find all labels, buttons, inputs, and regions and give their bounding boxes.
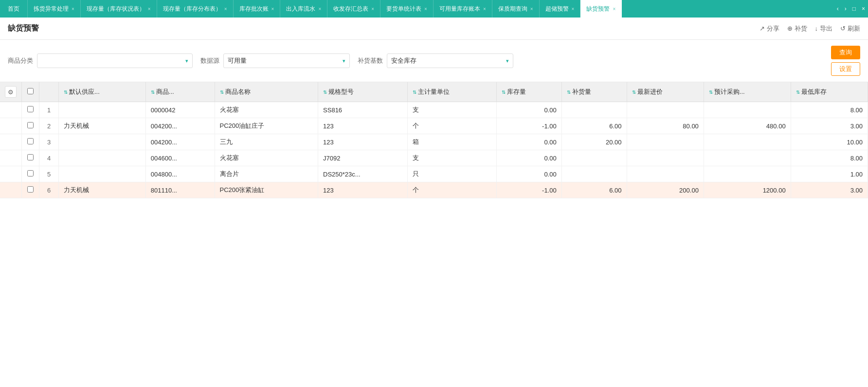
- tab-expiry-query-close[interactable]: ×: [530, 6, 533, 12]
- row-checkbox[interactable]: [27, 154, 34, 160]
- sort-icon-name: ⇅: [220, 89, 224, 95]
- th-replenish-qty[interactable]: ⇅ 补货量: [561, 82, 627, 102]
- row-product-name: PC200油缸庄子: [215, 118, 318, 134]
- row-checkbox[interactable]: [27, 138, 34, 144]
- export-icon: ↓: [815, 25, 818, 32]
- tab-overstock[interactable]: 超储预警 ×: [540, 0, 581, 18]
- th-spec[interactable]: ⇅ 规格型号: [318, 82, 408, 102]
- tab-batch-account-close[interactable]: ×: [271, 6, 274, 12]
- tab-abnormal[interactable]: 拣货异常处理 ×: [28, 0, 81, 18]
- tab-prev-btn[interactable]: ‹: [834, 0, 842, 18]
- tab-abnormal-close[interactable]: ×: [72, 6, 74, 12]
- data-source-select[interactable]: 可用量 ▾: [223, 53, 350, 68]
- th-latest-price[interactable]: ⇅ 最新进价: [627, 82, 704, 102]
- tab-expiry-query[interactable]: 保质期查询 ×: [492, 0, 540, 18]
- tab-home[interactable]: 首页: [0, 0, 28, 18]
- tab-batch-account[interactable]: 库存批次账 ×: [234, 0, 281, 18]
- th-unit[interactable]: ⇅ 主计量单位: [408, 82, 497, 102]
- header-actions: ↗ 分享 ⊕ 补货 ↓ 导出 ↺ 刷新: [760, 24, 861, 33]
- row-supplier: [59, 102, 146, 118]
- tab-close-btn[interactable]: ×: [859, 0, 868, 18]
- row-spec: SS816: [318, 102, 408, 118]
- row-num: 5: [39, 166, 59, 182]
- tab-receipt-summary-label: 收发存汇总表: [333, 5, 368, 13]
- row-checkbox[interactable]: [27, 106, 34, 112]
- th-checkbox: [22, 82, 39, 102]
- export-button[interactable]: ↓ 导出: [815, 24, 833, 33]
- th-spec-label: 规格型号: [328, 88, 354, 96]
- th-replenish-label: 补货量: [572, 88, 591, 96]
- replenish-basis-select[interactable]: 安全库存 ▾: [387, 53, 513, 68]
- th-row-num: [39, 82, 59, 102]
- row-unit: 个: [408, 118, 497, 134]
- table-body: 1 0000042 火花塞 SS816 支 0.00 8.00 2 力天机械 0…: [0, 102, 868, 198]
- tab-overstock-close[interactable]: ×: [572, 6, 575, 12]
- tab-receipt-summary[interactable]: 收发存汇总表 ×: [327, 0, 380, 18]
- row-product-code: 004600...: [145, 150, 215, 166]
- row-min-stock: 1.00: [791, 166, 868, 182]
- row-checkbox-cell: [22, 182, 39, 198]
- share-label: 分享: [767, 24, 779, 33]
- tab-inventory-status-close[interactable]: ×: [148, 6, 151, 12]
- table-row: 5 004800... 离合片 DS250*23c... 只 0.00 1.00: [0, 166, 868, 182]
- row-min-stock: 3.00: [791, 118, 868, 134]
- row-num: 1: [39, 102, 59, 118]
- tab-batch-account-label: 库存批次账: [239, 5, 269, 13]
- row-checkbox-cell: [22, 134, 39, 150]
- tab-restore-btn[interactable]: □: [850, 0, 859, 18]
- tab-order-stats[interactable]: 要货单统计表 ×: [380, 0, 434, 18]
- row-estimated-purchase: [704, 166, 791, 182]
- tab-available-ledger-label: 可用量库存账本: [439, 5, 480, 13]
- tab-available-ledger-close[interactable]: ×: [483, 6, 486, 12]
- th-estimated-purchase[interactable]: ⇅ 预计采购...: [704, 82, 791, 102]
- row-unit: 支: [408, 102, 497, 118]
- th-default-supplier[interactable]: ⇅ 默认供应...: [59, 82, 146, 102]
- column-settings-icon[interactable]: ⚙: [5, 86, 17, 98]
- tab-inventory-status[interactable]: 现存量（库存状况表） ×: [81, 0, 157, 18]
- tab-next-btn[interactable]: ›: [842, 0, 850, 18]
- row-supplier: [59, 134, 146, 150]
- th-product-code[interactable]: ⇅ 商品...: [145, 82, 215, 102]
- row-checkbox[interactable]: [27, 170, 34, 176]
- settings-button[interactable]: 设置: [831, 62, 860, 76]
- th-stock[interactable]: ⇅ 库存量: [496, 82, 561, 102]
- row-num: 6: [39, 182, 59, 198]
- query-button[interactable]: 查询: [831, 46, 860, 59]
- table-row: 1 0000042 火花塞 SS816 支 0.00 8.00: [0, 102, 868, 118]
- refresh-button[interactable]: ↺ 刷新: [840, 24, 860, 33]
- row-latest-price: 80.00: [627, 118, 704, 134]
- sort-icon-code: ⇅: [151, 89, 155, 95]
- row-replenish-qty: 6.00: [561, 118, 627, 134]
- row-gear-cell: [0, 118, 22, 134]
- row-stock: 0.00: [496, 134, 561, 150]
- tab-shortage[interactable]: 缺货预警 ×: [580, 0, 622, 18]
- category-select[interactable]: ▾: [37, 53, 193, 68]
- th-product-name[interactable]: ⇅ 商品名称: [215, 82, 318, 102]
- tab-receipt-summary-close[interactable]: ×: [371, 6, 374, 12]
- select-all-checkbox[interactable]: [27, 88, 34, 94]
- row-checkbox[interactable]: [27, 186, 34, 193]
- row-latest-price: [627, 102, 704, 118]
- row-estimated-purchase: [704, 150, 791, 166]
- row-estimated-purchase: 1200.00: [704, 182, 791, 198]
- sort-icon-spec: ⇅: [323, 89, 327, 95]
- row-latest-price: [627, 166, 704, 182]
- tab-available-ledger[interactable]: 可用量库存账本 ×: [434, 0, 492, 18]
- row-replenish-qty: [561, 150, 627, 166]
- th-stock-label: 库存量: [507, 88, 526, 96]
- tab-inout-flow[interactable]: 出入库流水 ×: [280, 0, 327, 18]
- tab-inventory-dist[interactable]: 现存量（库存分布表） ×: [157, 0, 234, 18]
- tab-home-label: 首页: [8, 5, 19, 13]
- data-source-filter-group: 数据源 可用量 ▾: [200, 53, 350, 68]
- th-min-stock[interactable]: ⇅ 最低库存: [791, 82, 868, 102]
- tab-inventory-dist-close[interactable]: ×: [224, 6, 227, 12]
- share-button[interactable]: ↗ 分享: [760, 24, 779, 33]
- row-checkbox[interactable]: [27, 122, 34, 128]
- tab-inout-flow-close[interactable]: ×: [318, 6, 321, 12]
- sort-icon-stock: ⇅: [502, 89, 506, 95]
- tab-overstock-label: 超储预警: [545, 5, 569, 13]
- sort-icon-supplier: ⇅: [64, 89, 68, 95]
- replenish-button[interactable]: ⊕ 补货: [787, 24, 807, 33]
- tab-shortage-close[interactable]: ×: [613, 6, 615, 12]
- tab-order-stats-close[interactable]: ×: [424, 6, 427, 12]
